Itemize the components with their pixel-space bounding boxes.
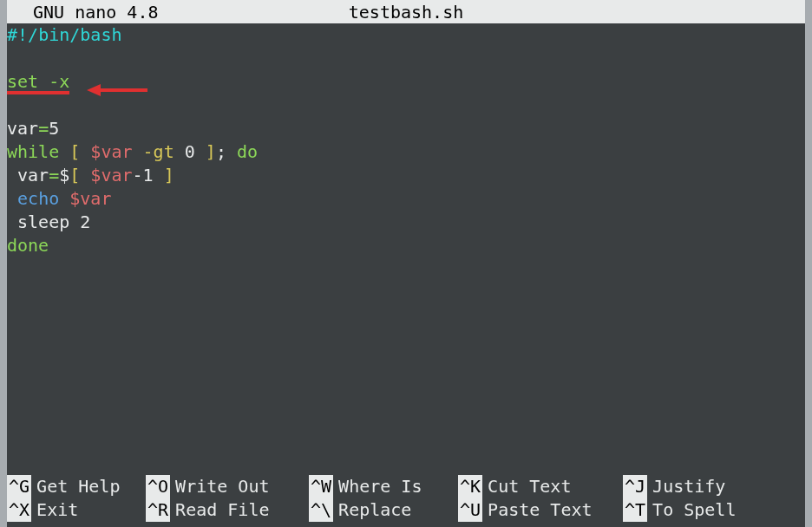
shortcut-label: To Spell	[652, 498, 736, 522]
code-token: =	[49, 165, 59, 185]
shortcut-paste-text[interactable]: ^UPaste Text	[458, 498, 623, 522]
code-token: [	[69, 165, 90, 185]
code-token: while	[7, 141, 59, 162]
nano-editor-window: { "title": { "app": "GNU nano 4.8", "fil…	[0, 0, 812, 527]
code-token: done	[7, 235, 49, 256]
shortcut-key: ^K	[458, 475, 482, 498]
code-token: =	[38, 118, 49, 139]
shortcut-label: Exit	[36, 498, 78, 522]
shortcut-cut-text[interactable]: ^KCut Text	[458, 475, 623, 498]
code-token: 0	[185, 141, 195, 162]
code-line: done	[7, 234, 805, 257]
code-line: #!/bin/bash	[7, 23, 805, 47]
shortcut-row: ^XExit^RRead File^\Replace^UPaste Text^T…	[7, 498, 805, 522]
code-token	[7, 188, 17, 209]
code-token: -1	[133, 165, 154, 185]
code-token: $var	[69, 188, 111, 209]
shortcut-replace[interactable]: ^\Replace	[309, 498, 458, 522]
code-token: set -x	[7, 72, 69, 94]
shortcut-key: ^T	[623, 498, 647, 522]
code-token: $	[59, 165, 69, 185]
editor-textarea[interactable]: #!/bin/bashset -xvar=5while [ $var -gt 0…	[7, 23, 805, 477]
titlebar: GNU nano 4.8 testbash.sh	[7, 0, 805, 23]
code-token	[59, 188, 69, 209]
code-line: var=$[ $var-1 ]	[7, 164, 805, 187]
code-token: [	[59, 141, 90, 162]
code-token: echo	[17, 188, 59, 209]
shortcut-label: Justify	[652, 475, 725, 498]
code-token: /bin/bash	[28, 24, 121, 45]
shortcut-key: ^R	[146, 498, 170, 522]
shortcut-row: ^GGet Help^OWrite Out^WWhere Is^KCut Tex…	[7, 475, 805, 498]
shortcut-to-spell[interactable]: ^TTo Spell	[623, 498, 779, 522]
code-token: $var	[90, 165, 132, 185]
file-name: testbash.sh	[7, 2, 805, 23]
code-line: set -x	[7, 70, 805, 94]
shortcut-label: Write Out	[175, 475, 269, 498]
shortcut-key: ^W	[309, 475, 333, 498]
window-frame-left	[0, 0, 7, 527]
code-line	[7, 94, 805, 117]
shortcut-key: ^O	[146, 475, 170, 498]
shortcut-where-is[interactable]: ^WWhere Is	[309, 475, 458, 498]
code-token: ]	[195, 141, 216, 162]
shortcut-label: Cut Text	[488, 475, 571, 498]
window-frame-right	[805, 0, 812, 527]
shortcut-label: Get Help	[36, 475, 120, 498]
code-token: ]	[154, 165, 174, 185]
code-line	[7, 47, 805, 70]
code-token: do	[237, 141, 258, 162]
shortcut-label: Replace	[338, 498, 411, 522]
shortcut-key: ^X	[7, 498, 31, 522]
code-token: var	[7, 165, 49, 185]
shortcut-key: ^U	[458, 498, 482, 522]
code-token: #!	[7, 24, 28, 45]
code-token: 5	[49, 118, 59, 139]
shortcut-label: Read File	[175, 498, 269, 522]
shortcut-label: Where Is	[338, 475, 422, 498]
shortcut-bar: ^GGet Help^OWrite Out^WWhere Is^KCut Tex…	[7, 475, 805, 522]
shortcut-key: ^G	[7, 475, 31, 498]
shortcut-get-help[interactable]: ^GGet Help	[7, 475, 146, 498]
shortcut-label: Paste Text	[488, 498, 592, 522]
code-line: sleep 2	[7, 211, 805, 234]
code-token: sleep 2	[7, 211, 90, 232]
code-token: var	[7, 118, 38, 139]
shortcut-read-file[interactable]: ^RRead File	[146, 498, 309, 522]
code-token: ;	[216, 141, 237, 162]
shortcut-write-out[interactable]: ^OWrite Out	[146, 475, 309, 498]
shortcut-key: ^J	[623, 475, 647, 498]
code-line: while [ $var -gt 0 ]; do	[7, 140, 805, 164]
shortcut-exit[interactable]: ^XExit	[7, 498, 146, 522]
code-line: var=5	[7, 117, 805, 140]
code-token: -gt	[133, 141, 185, 162]
code-token: $var	[90, 141, 132, 162]
shortcut-key: ^\	[309, 498, 333, 522]
shortcut-justify[interactable]: ^JJustify	[623, 475, 779, 498]
code-line: echo $var	[7, 187, 805, 211]
